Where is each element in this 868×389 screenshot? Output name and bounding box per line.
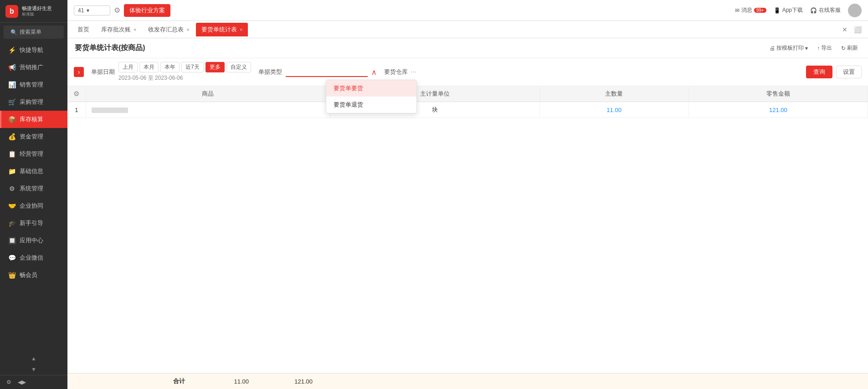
tab-recv-summary[interactable]: 收发存汇总表 ×: [143, 23, 195, 36]
finance-icon: 💰: [8, 133, 16, 140]
query-btn[interactable]: 查询: [806, 66, 832, 78]
chevron-down-icon: ▾: [87, 7, 89, 14]
dropdown-item-order-return[interactable]: 要货单退货: [326, 97, 416, 113]
date-filter-group: 单据日期 上月 本月 本年 近7天 更多 自定义 2023-05-06 至 20…: [91, 62, 251, 82]
date-btn-custom[interactable]: 自定义: [226, 62, 251, 72]
wechat-icon: 💬: [8, 254, 16, 261]
sidebar-item-system[interactable]: ⚙ 系统管理: [0, 180, 67, 197]
industry-btn[interactable]: 体验行业方案: [124, 4, 170, 17]
operations-icon: 📋: [8, 150, 16, 158]
sidebar-item-app-center[interactable]: 🔲 应用中心: [0, 232, 67, 249]
td-product: [86, 102, 330, 118]
data-table: ⚙ 商品 主计量单位 主数量 零售金额 1 块: [67, 86, 868, 118]
tab-order-summary[interactable]: 要货单统计表 ×: [196, 23, 248, 36]
footer-total-amount: 121.00: [276, 378, 313, 385]
tab-recv-summary-label: 收发存汇总表: [148, 26, 184, 34]
print-arrow-icon: ▾: [805, 45, 808, 51]
warehouse-filter-group: 要货仓库 ···: [384, 68, 416, 76]
headset-icon: 🎧: [810, 7, 817, 14]
sidebar-item-enterprise[interactable]: 🤝 企业协同: [0, 197, 67, 215]
sidebar-item-inventory[interactable]: 📦 库存核算: [0, 111, 67, 128]
tab-stock-batch-close[interactable]: ×: [134, 27, 136, 32]
amount-link[interactable]: 121.00: [769, 107, 787, 113]
phone-icon: 📱: [774, 7, 781, 14]
export-label: 导出: [821, 44, 832, 52]
quantity-link[interactable]: 11.00: [606, 107, 621, 113]
sidebar-item-member[interactable]: 👑 畅会员: [0, 266, 67, 284]
logo-text: 畅捷通好生意 标准版: [22, 5, 52, 17]
sidebar-item-quick-nav[interactable]: ⚡ 快捷导航: [0, 41, 67, 59]
store-select[interactable]: 41 ▾: [74, 5, 110, 15]
td-amount[interactable]: 121.00: [688, 102, 868, 118]
operations-label: 经营管理: [20, 150, 43, 158]
date-btn-this-month[interactable]: 本月: [139, 62, 159, 72]
date-filter-label: 单据日期: [91, 68, 115, 76]
print-label: 按模板打印: [776, 44, 804, 52]
topbar-service-btn[interactable]: 🎧 在线客服: [810, 6, 841, 14]
purchase-icon: 🛒: [8, 98, 16, 106]
tab-order-summary-close[interactable]: ×: [240, 27, 242, 32]
sidebar-item-operations[interactable]: 📋 经营管理: [0, 145, 67, 163]
brand-name: 畅捷通好生意: [22, 5, 52, 11]
tab-home-label: 首页: [77, 26, 89, 34]
data-table-wrapper: ⚙ 商品 主计量单位 主数量 零售金额 1 块: [67, 86, 868, 373]
type-filter-group: 单据类型 ∧: [258, 67, 377, 77]
print-btn[interactable]: 🖨 按模板打印 ▾: [767, 43, 811, 53]
sidebar-scroll-down[interactable]: ▼: [0, 364, 67, 375]
topbar-msg-btn[interactable]: ✉ 消息 99+: [735, 6, 766, 14]
type-filter-input[interactable]: [286, 67, 368, 77]
sidebar-item-purchase[interactable]: 🛒 采购管理: [0, 93, 67, 111]
sidebar-item-finance[interactable]: 💰 资金管理: [0, 128, 67, 145]
export-btn[interactable]: ↑ 导出: [814, 43, 835, 53]
quick-nav-label: 快捷导航: [20, 46, 43, 54]
date-btn-7days[interactable]: 近7天: [181, 62, 204, 72]
sales-label: 销售管理: [20, 81, 43, 89]
tabs-close-all-btn[interactable]: ✕: [840, 25, 849, 34]
td-quantity[interactable]: 11.00: [539, 102, 688, 118]
sidebar-nav: ⚡ 快捷导航 📢 营销推广 📊 销售管理 🛒 采购管理 📦 库存核算 💰 资金管…: [0, 41, 67, 353]
sidebar-settings-btn[interactable]: ⚙: [6, 379, 11, 385]
sidebar-item-guide[interactable]: 🎓 新手引导: [0, 215, 67, 232]
column-settings-icon[interactable]: ⚙: [73, 90, 79, 97]
sidebar-scroll-up[interactable]: ▲: [0, 353, 67, 364]
table-row: 1 块 11.00 121.00: [67, 102, 868, 118]
date-range-display: 2023-05-06 至 2023-06-06: [118, 74, 251, 82]
tab-stock-batch[interactable]: 库存批次账 ×: [96, 23, 142, 36]
tab-recv-summary-close[interactable]: ×: [186, 27, 189, 32]
guide-icon: 🎓: [8, 220, 16, 227]
member-icon: 👑: [8, 271, 16, 279]
sidebar-search[interactable]: 🔍 搜索菜单: [4, 26, 64, 39]
purchase-label: 采购管理: [20, 98, 43, 106]
base-info-label: 基础信息: [20, 167, 43, 175]
th-product: 商品: [86, 86, 330, 102]
refresh-icon: ↻: [841, 45, 846, 51]
system-icon: ⚙: [8, 185, 16, 192]
date-btn-this-year[interactable]: 本年: [160, 62, 180, 72]
tabs-more-btn[interactable]: ⬜: [852, 25, 863, 34]
td-seq: 1: [67, 102, 86, 118]
inventory-icon: 📦: [8, 116, 16, 123]
date-btn-more[interactable]: 更多: [205, 62, 225, 72]
tab-home[interactable]: 首页: [72, 23, 95, 36]
sidebar-item-base-info[interactable]: 📁 基础信息: [0, 163, 67, 180]
sidebar-item-marketing[interactable]: 📢 营销推广: [0, 59, 67, 76]
enterprise-icon: 🤝: [8, 202, 16, 210]
refresh-btn[interactable]: ↻ 刷新: [838, 43, 861, 53]
system-label: 系统管理: [20, 184, 43, 193]
filter-expand-btn[interactable]: ›: [74, 67, 84, 77]
warehouse-more-btn[interactable]: ···: [411, 68, 416, 76]
date-filter-block: 上月 本月 本年 近7天 更多 自定义 2023-05-06 至 2023-06…: [118, 62, 251, 82]
th-settings[interactable]: ⚙: [67, 86, 86, 102]
sidebar-collapse-btn[interactable]: ◀▶: [18, 379, 26, 385]
dropdown-item-order-normal[interactable]: 要货单要货: [326, 80, 416, 97]
marketing-label: 营销推广: [20, 63, 43, 72]
date-btn-last-month[interactable]: 上月: [118, 62, 138, 72]
type-dropdown-arrow[interactable]: ∧: [371, 68, 377, 77]
user-avatar[interactable]: [848, 4, 862, 17]
sidebar-item-sales[interactable]: 📊 销售管理: [0, 76, 67, 93]
sidebar-item-wechat[interactable]: 💬 企业微信: [0, 249, 67, 266]
settings-btn[interactable]: 设置: [836, 66, 862, 78]
topbar-app-btn[interactable]: 📱 App下载: [774, 6, 803, 14]
sidebar-bottom: ⚙ ◀▶: [0, 375, 67, 389]
topbar-gear-icon[interactable]: ⚙: [114, 6, 120, 15]
